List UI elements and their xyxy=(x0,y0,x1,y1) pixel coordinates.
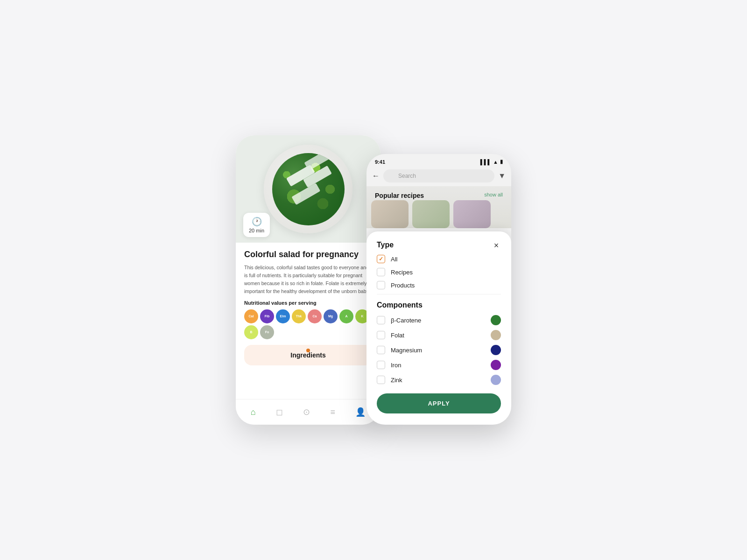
nutrition-bubbles: Cal Fib Elm Thk Ca Mg A K B Fo xyxy=(244,309,372,339)
salad-visual xyxy=(272,153,345,225)
nutrition-label: Nutritional values per serving xyxy=(244,300,372,306)
type-all-checkbox[interactable] xyxy=(377,255,385,263)
type-section-title: Type xyxy=(377,241,501,249)
component-zink-label: Zink xyxy=(391,377,485,384)
thumbnail-1 xyxy=(371,200,409,228)
section-divider xyxy=(377,294,501,294)
left-phone: 🕐 20 min Colorful salad for pregnancy Th… xyxy=(236,135,381,425)
component-folat-label: Folat xyxy=(391,332,485,339)
search-bar-row: ← 🔍 Search ▼ xyxy=(366,168,511,186)
time-value: 20 min xyxy=(249,228,264,233)
hero-image: 🕐 20 min xyxy=(236,135,381,243)
status-icons: ▌▌▌ ▲ ▮ xyxy=(480,159,503,165)
bubble-fibre: Fib xyxy=(260,309,274,323)
bubble-elmoe: Elm xyxy=(276,309,290,323)
battery-icon: ▮ xyxy=(500,159,503,165)
component-beta-carotene-checkbox[interactable] xyxy=(377,316,385,324)
ingredients-button[interactable]: Ingredients xyxy=(244,345,372,365)
search-wrapper: 🔍 Search xyxy=(383,169,494,182)
search-input[interactable]: Search xyxy=(383,169,494,182)
type-recipes-checkbox[interactable] xyxy=(377,268,385,276)
component-zink-row: Zink xyxy=(377,375,501,385)
type-recipes-label: Recipes xyxy=(391,269,501,276)
type-all-label: All xyxy=(391,256,501,263)
thumbnail-2 xyxy=(412,200,450,228)
bubble-b: B xyxy=(244,325,258,339)
component-iron-row: Iron xyxy=(377,360,501,370)
recipe-thumbnails xyxy=(371,200,491,228)
beta-carotene-color xyxy=(491,315,501,325)
bubble-thick: Thk xyxy=(292,309,306,323)
type-products-checkbox[interactable] xyxy=(377,281,385,289)
component-magnesium-checkbox[interactable] xyxy=(377,346,385,354)
zink-color xyxy=(491,375,501,385)
bubble-a: A xyxy=(339,309,353,323)
bubble-magnesium: Mg xyxy=(324,309,338,323)
type-products-label: Products xyxy=(391,282,501,289)
components-section-title: Components xyxy=(377,301,501,309)
signal-icon: ▌▌▌ xyxy=(480,159,491,165)
component-magnesium-row: Magnesium xyxy=(377,345,501,355)
ingredients-dot xyxy=(306,349,310,352)
component-zink-checkbox[interactable] xyxy=(377,376,385,384)
search-placeholder: Search xyxy=(398,173,416,179)
type-products-row: Products xyxy=(377,281,501,289)
ingredients-label: Ingredients xyxy=(290,351,325,359)
recipe-description: This delicious, colorful salad tastes go… xyxy=(244,264,372,295)
recipe-title: Colorful salad for pregnancy xyxy=(244,249,372,260)
magnesium-color xyxy=(491,345,501,355)
status-time: 9:41 xyxy=(375,159,385,165)
component-iron-label: Iron xyxy=(391,362,485,369)
bubble-folat: Fo xyxy=(260,325,274,339)
nav-bookmark[interactable]: ◻ xyxy=(276,407,283,417)
type-recipes-row: Recipes xyxy=(377,268,501,276)
apply-button[interactable]: APPLY xyxy=(377,393,501,413)
component-iron-checkbox[interactable] xyxy=(377,361,385,369)
nav-home[interactable]: ⌂ xyxy=(251,407,256,417)
bottom-navigation: ⌂ ◻ ⊙ ≡ 👤 xyxy=(236,399,381,425)
popular-label: Popular recipes xyxy=(375,192,424,199)
component-beta-carotene-label: β-Carotene xyxy=(391,317,485,324)
show-all-button[interactable]: show all xyxy=(484,192,503,197)
time-badge: 🕐 20 min xyxy=(243,213,270,237)
back-button[interactable]: ← xyxy=(372,172,380,180)
blurred-background: Popular recipes show all xyxy=(366,186,511,228)
bubble-calcium: Ca xyxy=(308,309,322,323)
nav-profile[interactable]: 👤 xyxy=(355,407,366,417)
recipe-content: Colorful salad for pregnancy This delici… xyxy=(236,243,381,399)
modal-close-button[interactable]: × xyxy=(490,239,503,252)
component-folat-checkbox[interactable] xyxy=(377,331,385,339)
right-phone: 9:41 ▌▌▌ ▲ ▮ ← 🔍 Search ▼ Popular recipe… xyxy=(366,154,511,425)
component-folat-row: Folat xyxy=(377,330,501,340)
status-bar: 9:41 ▌▌▌ ▲ ▮ xyxy=(366,154,511,168)
food-plate xyxy=(264,145,352,233)
folat-color xyxy=(491,330,501,340)
component-beta-carotene-row: β-Carotene xyxy=(377,315,501,325)
wifi-icon: ▲ xyxy=(493,159,498,165)
iron-color xyxy=(491,360,501,370)
bubble-calories: Cal xyxy=(244,309,258,323)
component-magnesium-label: Magnesium xyxy=(391,347,485,354)
filter-modal: × Type All Recipes Products Components β… xyxy=(366,231,511,425)
nav-discover[interactable]: ⊙ xyxy=(303,407,310,417)
thumbnail-3 xyxy=(453,200,491,228)
clock-icon: 🕐 xyxy=(252,217,262,227)
type-all-row: All xyxy=(377,255,501,263)
nav-list[interactable]: ≡ xyxy=(330,407,335,417)
filter-icon[interactable]: ▼ xyxy=(498,172,506,180)
